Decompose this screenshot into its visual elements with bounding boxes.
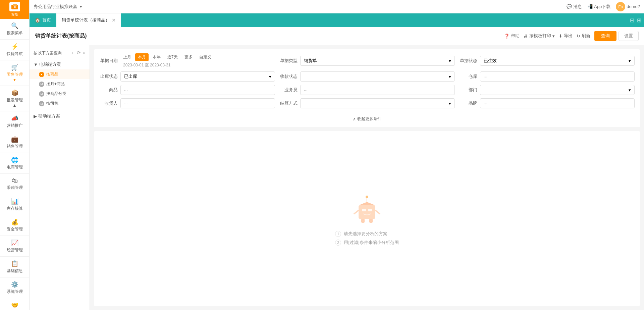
sales-icon: 💼 [11,136,18,143]
tab-home[interactable]: 🏠 首页 [30,13,56,27]
export-btn[interactable]: ⬇ 导出 [559,33,573,39]
tab-report[interactable]: 销货单统计表（按商品） ✕ [56,13,121,27]
filter-warehouse-arrow: ▾ [269,74,271,79]
sidebar-item-wholesale[interactable]: 📦 批发管理 ▲ [0,86,29,111]
filter-settle-select[interactable]: ▾ [300,98,455,108]
sidebar-item-finance[interactable]: 💰 资金管理 [0,215,29,236]
sidebar-item-inventory[interactable]: 📊 库存核算 [0,194,29,215]
mobile-group-expand-icon: ▶ [34,114,37,119]
date-tab-thismonth[interactable]: 本月 [135,53,149,61]
sidebar-item-marketing[interactable]: 📣 营销推广 [0,111,29,132]
filter-dept-select[interactable]: ▾ [480,85,635,95]
tab-minimize-icon[interactable]: ⊟ [630,17,634,23]
tip-text-2: 用[过滤]条件来缩小分析范围 [344,240,398,246]
left-panel: 按以下方案查询 ＋ ⟳ « ▼ 电脑端方案 ● 按商品 [30,45,90,310]
sidebar-item-enterprise[interactable]: 🤝 企业协同 [0,298,29,310]
sidebar-item-quicknav[interactable]: ⚡ 快捷导航 [0,40,29,60]
app-download-btn[interactable]: 📲 App下载 [587,4,610,10]
app-download-icon: 📲 [587,4,593,9]
filter-receiver-dots: ··· [124,101,128,106]
settings-button[interactable]: 设置 [619,31,639,41]
svg-line-9 [375,210,380,214]
sidebar-item-ecommerce[interactable]: 🌐 电商管理 [0,153,29,174]
page-actions: ❓ 帮助 🖨 按模板打印 ▾ ⬇ 导出 ↻ 刷新 [504,31,639,41]
sidebar-item-search[interactable]: 🔍 搜索菜单 [0,19,29,40]
filter-type-arrow: ▾ [449,58,451,63]
sidebar-item-operations[interactable]: 📈 经营管理 [0,236,29,257]
tab-close-icon[interactable]: ✕ [112,18,116,22]
scheme-item-goods-cat-label: 按商品分类 [46,91,66,97]
refresh-icon: ↻ [577,34,580,39]
scheme-item-month-goods[interactable]: M 按月+商品 [30,79,90,89]
query-button[interactable]: 查询 [594,31,616,41]
user-profile[interactable]: Ea demo2 [616,2,640,11]
filter-status-label: 单据状态 [459,58,477,64]
filter-store-dots: ··· [484,74,487,79]
scheme-group-mobile-header[interactable]: ▶ 移动端方案 [30,111,90,121]
topbar: 办公用品行业模拟账套 ▾ 💬 消息 📲 App下载 Ea demo2 [30,0,644,13]
collapse-filter-btn[interactable]: ∧ 收起更多条件 [352,115,383,123]
filter-goods-cell: 商品 ··· [99,85,275,95]
tab-home-label: 首页 [42,17,51,23]
sidebar-item-operations-label: 经营管理 [7,247,23,253]
filter-warehouse-value: 已出库 [124,73,137,80]
filter-date-cell: 单据日期 上月 本月 本年 近7天 更多 自定义 20 [99,53,275,68]
filter-status-select[interactable]: 已生效 ▾ [480,56,635,66]
sidebar-item-purchase-label: 采购管理 [7,185,23,191]
filter-staff-input[interactable]: ··· [300,85,455,95]
sidebar-item-sales[interactable]: 💼 销售管理 [0,132,29,153]
topbar-dropdown[interactable]: ▾ [80,4,82,9]
print-label: 按模板打印 [529,33,551,39]
help-btn[interactable]: ❓ 帮助 [504,33,520,39]
print-btn[interactable]: 🖨 按模板打印 ▾ [524,33,555,39]
sidebar-item-purchase[interactable]: 🛍 采购管理 [0,174,29,194]
filter-row-3: 商品 ··· 业务员 ··· 部门 [99,85,635,95]
sidebar-item-basics[interactable]: 📋 基础信息 [0,257,29,277]
app-logo: 标版 [0,0,30,19]
empty-tip-2: 2 用[过滤]条件来缩小分析范围 [335,240,398,246]
date-tab-7days[interactable]: 近7天 [165,53,180,61]
wholesale-icon: 📦 [11,89,18,97]
topbar-dropdown-arrow: ▾ [80,4,82,9]
print-arrow-icon: ▾ [552,34,555,39]
marketing-icon: 📣 [11,115,18,122]
refresh-btn[interactable]: ↻ 刷新 [577,33,590,39]
sidebar-item-ecommerce-label: 电商管理 [7,164,23,170]
sidebar-item-retail[interactable]: 🛒 零售管理 ▼ [0,60,29,86]
filter-type-select[interactable]: 销货单 ▾ [300,56,455,66]
topbar-left: 办公用品行业模拟账套 ▾ [34,4,82,10]
scheme-item-by-goods[interactable]: ● 按商品 [30,69,90,79]
finance-icon: 💰 [11,218,18,226]
filter-warehouse-select[interactable]: 已出库 ▾ [120,71,275,82]
refresh-label: 刷新 [582,33,590,39]
sidebar-item-system[interactable]: ⚙️ 系统管理 [0,277,29,298]
filter-receiver-input[interactable]: ··· [120,98,275,108]
filter-settle-arrow: ▾ [449,101,451,106]
message-btn[interactable]: 💬 消息 [567,4,582,10]
scheme-item-driver[interactable]: M 按司机 [30,99,90,108]
scheme-group-pc-header[interactable]: ▼ 电脑端方案 [30,59,90,69]
retail-icon: 🛒 [11,64,18,71]
date-tab-more[interactable]: 更多 [182,53,195,61]
add-scheme-icon[interactable]: ＋ [70,50,75,56]
filter-status-cell: 单据状态 已生效 ▾ [459,56,635,66]
tab-maximize-icon[interactable]: ⊞ [637,17,641,23]
sidebar-item-marketing-label: 营销推广 [7,123,23,128]
svg-rect-1 [13,4,17,6]
filter-store-input[interactable]: ··· [480,71,635,82]
filter-goods-input[interactable]: ··· [120,85,275,95]
filter-payment-select[interactable]: ▾ [300,71,455,82]
content: 按以下方案查询 ＋ ⟳ « ▼ 电脑端方案 ● 按商品 [30,45,644,310]
export-label: 导出 [564,33,573,39]
scheme-m-icon-2: M [39,91,44,97]
refresh-scheme-icon[interactable]: ⟳ [77,50,81,56]
date-tab-thisyear[interactable]: 本年 [150,53,163,61]
date-tab-custom[interactable]: 自定义 [197,53,214,61]
filter-brand-input[interactable]: ··· [480,98,635,108]
date-tab-lastmonth[interactable]: 上月 [120,53,134,61]
scheme-item-goods-cat[interactable]: M 按商品分类 [30,89,90,99]
logo-icon [9,2,20,11]
username: demo2 [627,4,640,9]
collapse-panel-icon[interactable]: « [83,50,86,56]
filter-status-value: 已生效 [484,58,497,64]
